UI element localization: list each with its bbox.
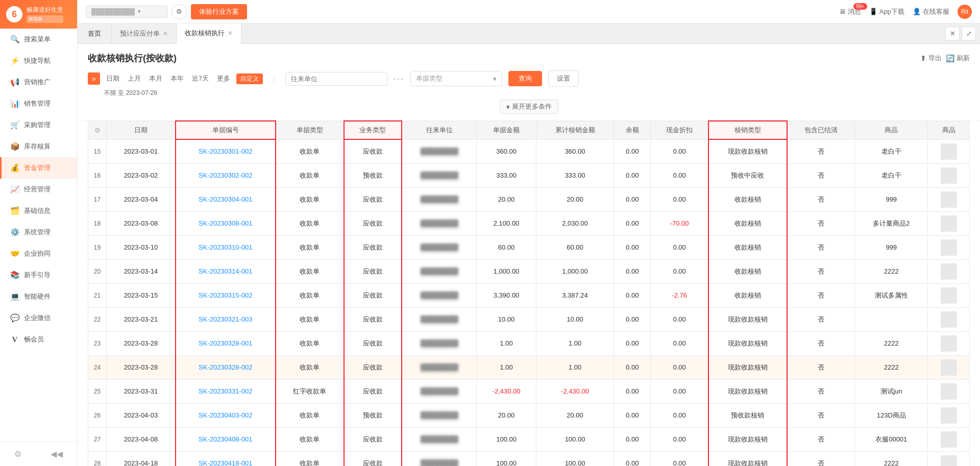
cell-balance: 0.00 [614, 403, 651, 427]
cell-goods-img [928, 139, 970, 163]
table-row: 152023-03-01SK-20230301-002收款单应收款███████… [88, 139, 970, 163]
cell-partner: ████████ [402, 331, 476, 355]
voucher-link[interactable]: SK-20230304-001 [199, 195, 253, 203]
sidebar-item-basic[interactable]: 🗂️ 基础信息 [0, 200, 77, 222]
topbar-gear-btn[interactable]: ⚙ [172, 4, 187, 19]
query-button[interactable]: 查询 [508, 71, 542, 86]
cell-voucher-no[interactable]: SK-20230301-002 [176, 139, 276, 163]
sidebar-item-enterprise[interactable]: 🤝 企业协同 [0, 243, 77, 264]
cell-balance: 0.00 [614, 451, 651, 466]
sidebar-item-member[interactable]: V 畅会员 [0, 329, 77, 350]
settings-footer-btn[interactable]: ⚙ [11, 446, 24, 462]
cell-biz-type: 应收款 [344, 355, 402, 379]
close-prepay-tab-icon[interactable]: ✕ [163, 30, 168, 37]
sidebar-item-guide[interactable]: 📚 新手引导 [0, 264, 77, 286]
date-shortcut-more[interactable]: 更多 [215, 73, 232, 84]
refresh-btn[interactable]: 🔄 刷新 [946, 54, 970, 63]
table-container[interactable]: ⚙ 日期 单据编号 单据类型 业务类型 往来单位 单据金额 累计核销金额 余额 … [78, 120, 980, 466]
partner-filter-input[interactable] [285, 72, 387, 86]
sidebar-item-hardware[interactable]: 💻 智能硬件 [0, 286, 77, 307]
cell-cash-discount: 0.00 [651, 163, 708, 187]
goods-thumbnail [941, 311, 957, 328]
voucher-link[interactable]: SK-20230321-003 [199, 315, 253, 323]
cell-voucher-no[interactable]: SK-20230321-003 [176, 307, 276, 331]
date-shortcut-7days[interactable]: 近7天 [190, 73, 211, 84]
cell-voucher-no[interactable]: SK-20230314-001 [176, 259, 276, 283]
cell-cash-discount: 0.00 [651, 427, 708, 451]
cell-voucher-no[interactable]: SK-20230328-001 [176, 331, 276, 355]
cell-balance: 0.00 [614, 235, 651, 259]
close-all-tabs-btn[interactable]: ✕ [945, 27, 960, 41]
cell-voucher-no[interactable]: SK-20230302-002 [176, 163, 276, 187]
date-shortcut-last-month[interactable]: 上月 [126, 73, 143, 84]
sidebar-item-sales[interactable]: 📊 销售管理 [0, 93, 77, 114]
voucher-type-select[interactable]: 单据类型 ▾ [410, 71, 502, 86]
online-service-btn[interactable]: 👤 在线客服 [913, 7, 949, 16]
cell-voucher-no[interactable]: SK-20230308-001 [176, 211, 276, 235]
cell-voucher-no[interactable]: SK-20230304-001 [176, 187, 276, 211]
cell-voucher-no[interactable]: SK-20230418-001 [176, 451, 276, 466]
cell-voucher-no[interactable]: SK-20230408-001 [176, 427, 276, 451]
workspace-selector[interactable]: ██████████ ▾ [86, 6, 167, 18]
cell-goods-img [928, 379, 970, 403]
voucher-link[interactable]: SK-20230418-001 [199, 459, 253, 466]
cell-partner: ████████ [402, 451, 476, 466]
voucher-link[interactable]: SK-20230314-001 [199, 267, 253, 275]
cell-voucher-no[interactable]: SK-20230403-002 [176, 403, 276, 427]
date-custom-btn[interactable]: 自定义 [236, 73, 263, 84]
voucher-link[interactable]: SK-20230308-001 [199, 219, 253, 227]
sidebar-item-system[interactable]: ⚙️ 系统管理 [0, 222, 77, 243]
sidebar-item-inventory[interactable]: 📦 库存核算 [0, 136, 77, 157]
sidebar-item-finance[interactable]: 💰 资金管理 [0, 157, 77, 179]
expand-filter-btn[interactable]: ▾ 展开更多条件 [500, 100, 558, 114]
filter-settings-btn[interactable]: 设置 [548, 70, 579, 87]
voucher-link[interactable]: SK-20230328-002 [199, 363, 253, 371]
cell-voucher-no[interactable]: SK-20230331-002 [176, 379, 276, 403]
col-header-gear[interactable]: ⚙ [88, 121, 107, 139]
close-writeoff-tab-icon[interactable]: ✕ [228, 30, 233, 37]
filter-toggle-btn[interactable]: » [88, 72, 100, 85]
voucher-link[interactable]: SK-20230302-002 [199, 171, 253, 179]
blurred-partner: ████████ [421, 219, 458, 227]
sidebar-item-marketing[interactable]: 📢 营销推广 [0, 71, 77, 93]
goods-thumbnail [941, 359, 957, 376]
user-avatar[interactable]: Rit [958, 5, 972, 19]
sidebar-label-purchase: 采购管理 [24, 120, 51, 130]
export-btn[interactable]: ⬆ 导出 [920, 54, 942, 63]
sidebar-item-search[interactable]: 🔍 搜索菜单 [0, 29, 77, 50]
cell-total-writeoff: -2,430.00 [536, 379, 614, 403]
date-shortcut-this-year[interactable]: 本年 [168, 73, 186, 84]
sidebar-item-operations[interactable]: 📈 经营管理 [0, 179, 77, 200]
collapse-sidebar-btn[interactable]: ◀◀ [47, 446, 66, 462]
app-download-btn[interactable]: 📱 App下载 [869, 7, 904, 16]
voucher-link[interactable]: SK-20230403-002 [199, 411, 253, 419]
voucher-link[interactable]: SK-20230301-002 [199, 148, 253, 155]
cell-total-writeoff: 60.00 [536, 235, 614, 259]
voucher-link[interactable]: SK-20230328-001 [199, 339, 253, 347]
cell-total-writeoff: 3,387.24 [536, 283, 614, 307]
sidebar-label-operations: 经营管理 [24, 185, 51, 194]
message-btn[interactable]: 🖥 消息 99+ [839, 7, 861, 16]
fullscreen-btn[interactable]: ⤢ [962, 27, 976, 41]
cell-voucher-no[interactable]: SK-20230315-002 [176, 283, 276, 307]
tab-prepay[interactable]: 预计应应付单 ✕ [112, 23, 177, 44]
cell-goods-img [928, 331, 970, 355]
sidebar-item-nav[interactable]: ⚡ 快捷导航 [0, 50, 77, 71]
voucher-link[interactable]: SK-20230310-001 [199, 243, 253, 251]
cell-voucher-no[interactable]: SK-20230328-002 [176, 355, 276, 379]
sidebar-item-wechat[interactable]: 💬 企业微信 [0, 307, 77, 329]
voucher-link[interactable]: SK-20230315-002 [199, 291, 253, 299]
date-shortcut-this-month[interactable]: 本月 [147, 73, 164, 84]
cell-goods-img [928, 211, 970, 235]
tab-writeoff[interactable]: 收款核销执行 ✕ [177, 23, 241, 44]
sidebar-item-purchase[interactable]: 🛒 采购管理 [0, 114, 77, 136]
tab-prepay-label: 预计应应付单 [120, 29, 160, 38]
cell-voucher-type: 红字收款单 [276, 379, 344, 403]
tab-home[interactable]: 首页 [78, 23, 112, 44]
cell-include-settled: 否 [787, 355, 855, 379]
cell-num: 26 [88, 403, 107, 427]
cell-voucher-no[interactable]: SK-20230310-001 [176, 235, 276, 259]
voucher-link[interactable]: SK-20230408-001 [199, 435, 253, 443]
solution-button[interactable]: 体验行业方案 [191, 4, 247, 19]
voucher-link[interactable]: SK-20230331-002 [199, 387, 253, 395]
